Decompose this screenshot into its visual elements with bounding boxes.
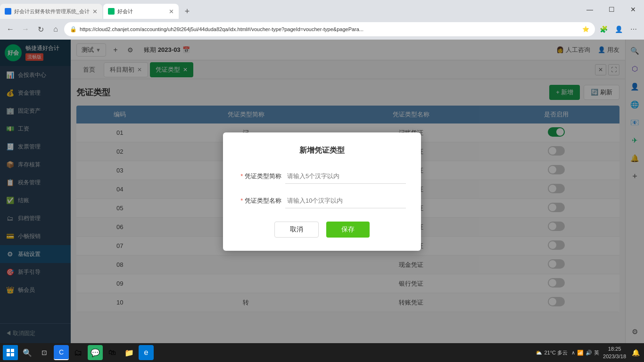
modal-footer: 取消 保存 (238, 222, 406, 238)
taskbar: 🔍 ⊡ C 🗂 💬 🛍 📁 e ⛅ 21°C 多云 ∧ 📶 🔊 英 18:25 … (0, 343, 644, 362)
taskview-button[interactable]: ⊡ (37, 345, 52, 360)
address-bar[interactable]: 🔒 https://cloud2.chanjet.com/accounting/… (64, 22, 595, 36)
short-name-label: * 凭证类型简称 (238, 172, 285, 181)
browser-chrome: 好会计云财务软件管理系统_会计 ✕ 好会计 ✕ + — ☐ ✕ ← → ↻ ⌂ … (0, 0, 644, 40)
close-button[interactable]: ✕ (622, 2, 644, 17)
taskbar-right: ⛅ 21°C 多云 ∧ 📶 🔊 英 18:25 2023/3/18 🔔 (536, 345, 641, 361)
weather-info: ⛅ 21°C 多云 (536, 349, 568, 356)
start-button[interactable] (3, 345, 18, 360)
short-name-row: * 凭证类型简称 (238, 169, 406, 184)
taskbar-explorer[interactable]: 🗂 (71, 345, 86, 360)
system-tray[interactable]: ∧ 📶 🔊 英 (571, 349, 599, 356)
reload-button[interactable]: ↻ (34, 23, 47, 36)
new-tab-button[interactable]: + (180, 4, 195, 19)
browser-tab-2[interactable]: 好会计 ✕ (103, 4, 179, 19)
more-button[interactable]: ⋯ (627, 23, 640, 36)
short-name-input[interactable] (285, 169, 406, 184)
profile-button[interactable]: 👤 (612, 23, 625, 36)
tab-2-close[interactable]: ✕ (169, 8, 174, 15)
taskbar-store[interactable]: 🛍 (105, 345, 120, 360)
save-button[interactable]: 保存 (326, 222, 370, 238)
maximize-button[interactable]: ☐ (601, 2, 622, 17)
taskbar-edge[interactable]: e (139, 345, 154, 360)
svg-rect-2 (7, 353, 10, 356)
modal-overlay: 新增凭证类型 * 凭证类型简称 * 凭证类型名称 取消 保存 (0, 40, 644, 343)
browser-tab-1[interactable]: 好会计云财务软件管理系统_会计 ✕ (0, 4, 102, 19)
svg-rect-1 (11, 349, 14, 352)
modal-title: 新增凭证类型 (238, 146, 406, 156)
full-name-row: * 凭证类型名称 (238, 193, 406, 208)
tab-1-label: 好会计云财务软件管理系统_会计 (14, 8, 90, 15)
address-text: https://cloud2.chanjet.com/accounting/uh… (80, 26, 579, 32)
taskbar-wechat[interactable]: 💬 (88, 345, 103, 360)
full-name-label: * 凭证类型名称 (238, 197, 285, 205)
home-button[interactable]: ⌂ (49, 23, 62, 36)
cancel-button[interactable]: 取消 (274, 222, 319, 238)
taskbar-folder[interactable]: 📁 (122, 345, 137, 360)
taskbar-chrome[interactable]: C (54, 345, 69, 360)
search-taskbar[interactable]: 🔍 (20, 345, 35, 360)
svg-rect-0 (7, 349, 10, 352)
back-button[interactable]: ← (4, 23, 17, 36)
full-name-input[interactable] (285, 193, 406, 208)
tab-1-close[interactable]: ✕ (92, 8, 98, 15)
svg-rect-3 (11, 353, 14, 356)
notification-center[interactable]: 🔔 (630, 347, 641, 358)
clock[interactable]: 18:25 2023/3/18 (603, 345, 626, 361)
extensions-button[interactable]: 🧩 (597, 23, 610, 36)
tab-2-label: 好会计 (117, 8, 166, 15)
forward-button[interactable]: → (19, 23, 32, 36)
modal-dialog: 新增凭证类型 * 凭证类型简称 * 凭证类型名称 取消 保存 (223, 132, 421, 251)
minimize-button[interactable]: — (579, 2, 601, 17)
